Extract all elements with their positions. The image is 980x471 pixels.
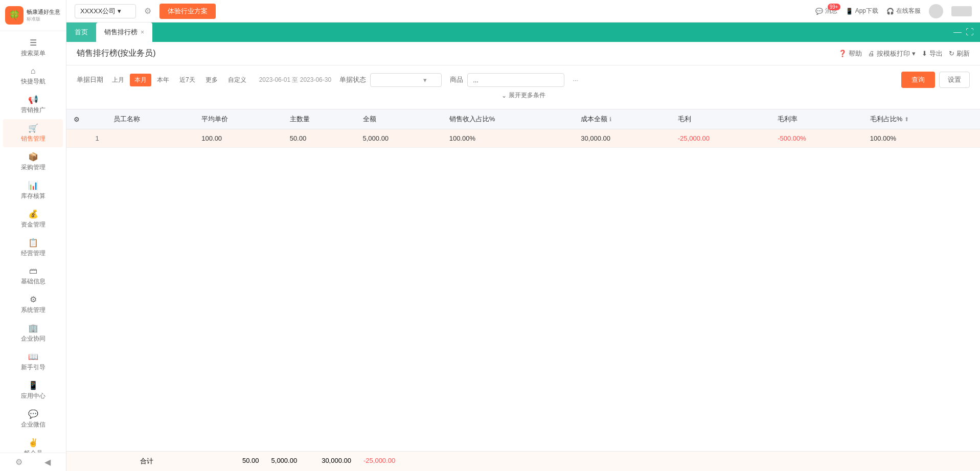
headset-icon: 🎧 [886, 8, 894, 15]
sidebar-label-purchase: 采购管理 [21, 163, 45, 172]
sidebar-item-wechat[interactable]: 💬 企业微信 [3, 405, 63, 433]
sidebar-item-purchase[interactable]: 📦 采购管理 [3, 148, 63, 176]
col-rank [87, 109, 107, 129]
row-avg-price: 100.00 [195, 129, 283, 148]
footer-label: 合计 [134, 457, 195, 466]
export-label: 导出 [929, 49, 943, 58]
tab-maximize-icon[interactable]: ⛶ [966, 28, 974, 37]
sidebar-label-sales: 销售管理 [21, 134, 45, 143]
sidebar-item-marketing[interactable]: 📢 营销推广 [3, 91, 63, 119]
app-center-icon: 📱 [28, 380, 38, 390]
sidebar-item-guide[interactable]: 📖 新手引导 [3, 348, 63, 376]
export-button[interactable]: ⬇ 导出 [922, 49, 943, 58]
sidebar-item-enterprise[interactable]: 🏢 企业协同 [3, 319, 63, 347]
footer-settings-icon[interactable]: ⚙ [15, 457, 22, 467]
print-chevron-icon: ▾ [912, 50, 916, 57]
date-filter: 单据日期 上月 本月 本年 近7天 更多 自定义 2023-06-01 至 20… [77, 74, 331, 86]
sidebar-label-operations: 经营管理 [21, 249, 45, 258]
app-download-group[interactable]: 📱 App下载 [846, 7, 878, 15]
date-tab-custom[interactable]: 自定义 [223, 74, 251, 86]
action-buttons: 查询 设置 [901, 72, 970, 88]
sidebar-item-app-center[interactable]: 📱 应用中心 [3, 376, 63, 405]
col-sales-pct: 销售收入占比% [443, 109, 575, 129]
marketing-icon: 📢 [28, 95, 38, 104]
footer-total-label: 合计 [140, 457, 153, 465]
date-tab-last-month[interactable]: 上月 [107, 74, 129, 86]
tab-minimize-icon[interactable]: — [953, 28, 962, 37]
sidebar-item-finance[interactable]: 💰 资金管理 [3, 205, 63, 233]
row-cost: 30,000.00 [575, 129, 672, 148]
refresh-button[interactable]: ↻ 刷新 [949, 49, 970, 58]
more-options-button[interactable]: ··· [573, 76, 578, 84]
sidebar-item-sales[interactable]: 🛒 销售管理 [3, 119, 63, 147]
app-logo: 🍀 畅康通好生意 标准版 [0, 0, 66, 31]
footer-sales-pct-placeholder [303, 457, 315, 466]
col-quantity: 主数量 [284, 109, 357, 129]
row-sales-pct: 100.00% [443, 129, 575, 148]
sidebar-item-inventory[interactable]: 📊 库存核算 [3, 176, 63, 205]
goods-filter-label: 商品 [450, 75, 463, 84]
export-icon: ⬇ [922, 50, 927, 57]
row-rank: 1 [87, 129, 107, 148]
settings-gear-icon[interactable]: ⚙ [142, 4, 153, 18]
main-content: XXXXX公司 ▾ ⚙ 体验行业方案 💬 消息 99+ 📱 App下载 🎧 在线… [66, 0, 980, 471]
date-tab-more[interactable]: 更多 [201, 74, 222, 86]
app-name: 畅康通好生意 [27, 8, 60, 15]
message-icon: 💬 [815, 8, 823, 15]
sidebar-label-app-center: 应用中心 [21, 392, 45, 400]
sidebar-item-operations[interactable]: 📋 经营管理 [3, 234, 63, 262]
footer-rank-placeholder [113, 457, 134, 466]
sales-table: ⚙ 员工名称 平均单价 主数量 全额 销售收入占比% 成本全额 ℹ 毛利 [66, 109, 980, 148]
footer-settings-placeholder [73, 457, 113, 466]
print-label: 按模板打印 [877, 49, 910, 58]
status-select[interactable]: ▾ [370, 73, 442, 87]
tab-home[interactable]: 首页 [66, 23, 96, 42]
col-name: 员工名称 [107, 109, 195, 129]
status-select-arrow: ▾ [423, 76, 427, 84]
col-avg-price: 平均单价 [195, 109, 283, 129]
tab-sales-ranking[interactable]: 销售排行榜 × [96, 23, 152, 42]
status-filter: 单据状态 ▾ [339, 73, 442, 87]
footer-collapse-icon[interactable]: ◀ [44, 457, 51, 467]
online-service-group[interactable]: 🎧 在线客服 [886, 7, 921, 15]
tab-close-icon[interactable]: × [141, 29, 144, 36]
date-tab-7days[interactable]: 近7天 [175, 74, 200, 86]
message-badge: 99+ [828, 4, 840, 10]
sidebar-label-marketing: 营销推广 [21, 106, 45, 115]
sales-icon: 🛒 [28, 123, 38, 133]
sidebar-item-quick-nav[interactable]: ⌂ 快捷导航 [3, 62, 63, 90]
date-tab-this-month[interactable]: 本月 [130, 74, 151, 86]
print-button[interactable]: 🖨 按模板打印 ▾ [868, 49, 916, 58]
sidebar-item-base-info[interactable]: 🗃 基础信息 [3, 262, 63, 290]
purchase-icon: 📦 [28, 152, 38, 162]
message-group[interactable]: 💬 消息 99+ [815, 7, 837, 15]
app-download-icon: 📱 [846, 8, 853, 15]
trial-button[interactable]: 体验行业方案 [159, 4, 216, 19]
sidebar-label-member: 畅会员 [24, 449, 42, 453]
table-settings-button[interactable]: 设置 [939, 72, 970, 88]
home-icon: ⌂ [31, 66, 36, 76]
username-display [951, 6, 972, 16]
table-footer: 合计 50.00 5,000.00 30,000.00 -25,000.00 [66, 451, 980, 471]
profit-pct-sort-icon[interactable]: ⬆ [904, 116, 909, 122]
query-button[interactable]: 查询 [901, 72, 935, 88]
date-tab-this-year[interactable]: 本年 [152, 74, 174, 86]
expand-chevron-icon: ⌄ [502, 92, 507, 99]
tab-bar: 首页 销售排行榜 × — ⛶ [66, 23, 980, 42]
sidebar-item-system[interactable]: ⚙ 系统管理 [3, 290, 63, 319]
avatar[interactable] [929, 4, 943, 18]
company-name: XXXXX公司 [80, 7, 116, 16]
goods-input[interactable] [467, 73, 564, 87]
help-button[interactable]: ❓ 帮助 [838, 49, 862, 58]
footer-profit: -25,000.00 [357, 457, 401, 466]
sidebar-item-member[interactable]: ✌ 畅会员 [3, 434, 63, 453]
company-selector[interactable]: XXXXX公司 ▾ [75, 4, 136, 18]
sidebar-item-search[interactable]: ☰ 搜索菜单 [3, 34, 63, 62]
online-service-label: 在线客服 [896, 7, 921, 15]
expand-more-label: 展开更多条件 [509, 91, 545, 100]
col-settings-icon[interactable]: ⚙ [74, 116, 80, 123]
page-header: 销售排行榜(按业务员) ❓ 帮助 🖨 按模板打印 ▾ ⬇ 导出 ↻ 刷新 [66, 42, 980, 65]
sidebar-label-enterprise: 企业协同 [21, 334, 45, 343]
expand-more-button[interactable]: ⌄ 展开更多条件 [77, 88, 970, 103]
col-cost: 成本全额 ℹ [575, 109, 672, 129]
